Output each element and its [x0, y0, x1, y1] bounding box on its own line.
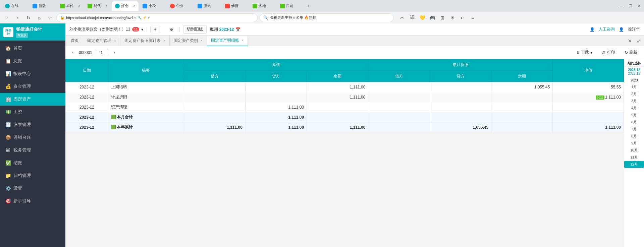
table-row: 2023-12 上期结转 1,111.00 1,055.45 55.55 — [66, 82, 624, 92]
download-dropdown-icon[interactable]: ▾ — [590, 50, 592, 55]
calendar-icon[interactable]: 📅 — [235, 27, 240, 32]
tab-close-4[interactable]: × — [106, 4, 108, 8]
period-month-1[interactable]: 1月 — [624, 83, 644, 90]
period-month-3[interactable]: 3月 — [624, 98, 644, 105]
settings-topbar-button[interactable]: ⚙ — [167, 25, 176, 34]
period-month-7[interactable]: 7月 — [624, 126, 644, 133]
download-button[interactable]: ⬇ 下载 ▾ — [574, 48, 595, 57]
period-month-9[interactable]: 9月 — [624, 140, 644, 147]
browser-tab-3[interactable]: 易代 × — [57, 1, 84, 11]
sidebar-item-funds[interactable]: 💰 资金管理 — [0, 80, 65, 93]
sidebar-item-home[interactable]: 🏠 首页 — [0, 42, 65, 55]
cell-summary: 上期结转 — [108, 82, 184, 92]
wallet-icon[interactable]: 💛 — [419, 14, 426, 21]
divider-2 — [164, 27, 164, 32]
browser-tab-1[interactable]: 在线 — [2, 1, 29, 11]
sidebar-item-tax[interactable]: 🏛 税务管理 — [0, 144, 65, 157]
period-month-12[interactable]: 12月 — [624, 161, 644, 168]
browser-tab-8[interactable]: 腾讯 — [194, 1, 221, 11]
sidebar-item-reports[interactable]: 📊 报表中心 — [0, 67, 65, 80]
browser-tab-9[interactable]: 畅捷 — [222, 1, 249, 11]
period-month-5[interactable]: 5月 — [624, 112, 644, 119]
period-month-6[interactable]: 6月 — [624, 119, 644, 126]
browser-tab-7[interactable]: 企业 — [167, 1, 194, 11]
page-number-input[interactable] — [95, 49, 108, 56]
close-all-tabs-button[interactable]: ✕ — [626, 38, 634, 44]
address-bar[interactable]: 🔒 https://cloud.chanjet.com/accounting/u… — [56, 13, 258, 22]
top-bar-right: 👤 人工咨询 👤 徐泽华 — [590, 26, 640, 32]
settings-icon: ⚙️ — [5, 186, 11, 191]
cell-dep-credit — [430, 112, 491, 122]
print-button[interactable]: 🖨 打印 — [599, 48, 618, 57]
sidebar-item-guide[interactable]: 🎯 新手引导 — [0, 195, 65, 207]
sidebar-item-inventory[interactable]: 📦 进销台账 — [0, 131, 65, 144]
sidebar-item-invoice[interactable]: 🧾 发票管理 — [0, 118, 65, 131]
close-window-button[interactable]: ✕ — [636, 4, 642, 8]
tab-depreciation-stats[interactable]: 固定资产折旧统计表 × — [120, 36, 170, 46]
sidebar-item-fixed-assets[interactable]: 🏢 固定资产 — [0, 93, 65, 106]
browser-tab-6[interactable]: 个税 — [139, 1, 166, 11]
refresh-icon: ↻ — [625, 50, 628, 55]
period-month-11[interactable]: 11月 — [624, 154, 644, 161]
refresh-button[interactable]: ↻ 刷新 — [622, 48, 640, 57]
period-month-8[interactable]: 8月 — [624, 133, 644, 140]
tab-close-5[interactable]: × — [133, 4, 135, 8]
browser-tab-4[interactable]: 易代 × — [84, 1, 111, 11]
history-icon[interactable]: ↩ — [459, 14, 466, 21]
bookmark-button[interactable]: ☆ — [46, 13, 54, 22]
cell-orig-debit — [184, 82, 245, 92]
cell-date: 2023-12 — [66, 102, 108, 112]
cell-orig-credit — [245, 82, 307, 92]
prev-page-button[interactable]: ‹ — [69, 49, 76, 56]
cell-net-value: 55.55 — [553, 82, 624, 92]
grid-icon[interactable]: ⊞ — [439, 14, 446, 21]
browser-tab-5[interactable]: 好会 × — [112, 1, 139, 11]
scissors-icon[interactable]: ✂ — [398, 14, 406, 21]
table-row-yearly-total: 2023-12 🟩本年累计 1,111.00 1,111.00 1,111.00… — [66, 122, 624, 132]
home-nav-button[interactable]: ⌂ — [35, 13, 44, 22]
period-month-4[interactable]: 4月 — [624, 105, 644, 112]
tab-close-detail[interactable]: × — [242, 39, 244, 42]
cell-orig-debit: 1,111.00 — [184, 122, 245, 132]
tab-fixed-assets-category[interactable]: 固定资产类别 × — [170, 36, 207, 46]
tab-close-3[interactable]: × — [78, 4, 80, 8]
new-tab-button[interactable]: + — [304, 2, 312, 10]
tab-close-category[interactable]: × — [201, 39, 203, 43]
sidebar-item-archive[interactable]: 📁 归档管理 — [0, 169, 65, 182]
browser-tab-10[interactable]: 各地 — [249, 1, 276, 11]
period-month-2[interactable]: 2月 — [624, 90, 644, 98]
sidebar-item-salary[interactable]: 💵 工资 — [0, 106, 65, 118]
maximize-button[interactable]: ☐ — [627, 4, 634, 8]
browser-search-bar[interactable]: 🔍 央视更新主持人名单 🔥热搜 — [260, 13, 394, 22]
browser-tab-11[interactable]: 目前 — [277, 1, 304, 11]
browser-tab-bar: 在线 新版 易代 × 易代 × 好会 × 个税 企业 — [0, 0, 644, 12]
add-account-button[interactable]: + — [150, 26, 160, 33]
menu-icon[interactable]: ≡ — [469, 14, 476, 21]
brightness-icon[interactable]: ☀ — [449, 14, 456, 21]
sidebar: 好会计 畅捷通好会计 专业版 🏠 首页 📋 总账 📊 报表中心 💰 资金 — [0, 23, 65, 247]
browser-tab-2[interactable]: 新版 — [29, 1, 56, 11]
tab-close-fixed-assets-mgmt[interactable]: × — [114, 39, 116, 43]
table-header-main: 日期 摘要 原值 累计折旧 净值 — [66, 59, 624, 71]
tab-close-depreciation-stats[interactable]: × — [163, 39, 165, 43]
switch-version-button[interactable]: 切到旧版 — [183, 25, 207, 34]
cell-orig-credit: 1,111.00 — [245, 122, 307, 132]
next-page-button[interactable]: › — [111, 49, 118, 56]
period-month-10[interactable]: 10月 — [624, 147, 644, 154]
tab-home[interactable]: 首页 — [67, 36, 83, 46]
expand-tabs-button[interactable]: ⤢ — [635, 38, 643, 44]
forward-button[interactable]: › — [13, 13, 22, 22]
gaming-icon[interactable]: 🎮 — [429, 14, 436, 21]
back-button[interactable]: ‹ — [3, 13, 11, 22]
th-date: 日期 — [66, 59, 108, 82]
translate-icon[interactable]: 译 — [409, 14, 416, 21]
sidebar-item-settings[interactable]: ⚙️ 设置 — [0, 182, 65, 195]
fixed-assets-icon: 🏢 — [5, 97, 11, 102]
minimize-button[interactable]: — — [618, 4, 625, 8]
dropdown-icon[interactable]: ▾ — [141, 27, 143, 32]
tab-fixed-assets-management[interactable]: 固定资产管理 × — [83, 36, 120, 46]
sidebar-item-closing[interactable]: ✅ 结账 — [0, 157, 65, 169]
tab-fixed-assets-detail[interactable]: 固定资产明细账 × — [207, 36, 248, 46]
sidebar-item-ledger[interactable]: 📋 总账 — [0, 55, 65, 67]
reload-button[interactable]: ↻ — [24, 13, 33, 22]
